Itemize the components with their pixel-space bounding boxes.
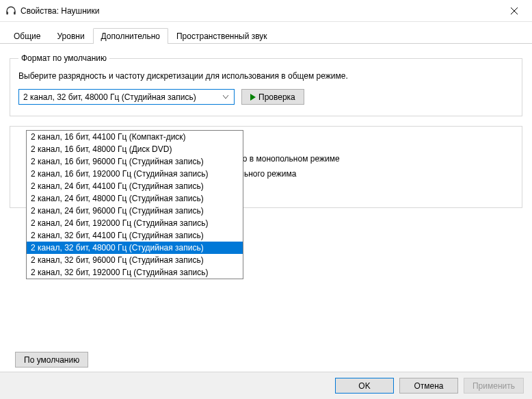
- format-option[interactable]: 2 канал, 32 бит, 44100 Гц (Студийная зап…: [27, 229, 243, 242]
- tab-levels[interactable]: Уровни: [49, 28, 92, 44]
- svg-rect-1: [14, 12, 16, 14]
- format-option[interactable]: 2 канал, 24 бит, 96000 Гц (Студийная зап…: [27, 205, 243, 217]
- ok-button[interactable]: OK: [335, 378, 394, 394]
- tab-general[interactable]: Общие: [5, 28, 49, 44]
- format-option[interactable]: 2 канал, 24 бит, 192000 Гц (Студийная за…: [27, 217, 243, 229]
- cancel-button[interactable]: Отмена: [399, 378, 458, 394]
- ok-button-label: OK: [358, 381, 370, 391]
- headphones-icon: [5, 5, 16, 16]
- format-option[interactable]: 2 канал, 32 бит, 96000 Гц (Студийная зап…: [27, 254, 243, 266]
- format-option[interactable]: 2 канал, 16 бит, 96000 Гц (Студийная зап…: [27, 155, 243, 168]
- format-option[interactable]: 2 канал, 24 бит, 48000 Гц (Студийная зап…: [27, 192, 243, 205]
- format-option[interactable]: 2 канал, 32 бит, 192000 Гц (Студийная за…: [27, 266, 243, 279]
- apply-button[interactable]: Применить: [464, 378, 524, 394]
- format-dropdown-list[interactable]: 2 канал, 16 бит, 44100 Гц (Компакт-диск)…: [26, 130, 243, 279]
- apply-button-label: Применить: [473, 381, 515, 391]
- close-button[interactable]: [499, 0, 529, 22]
- test-button-label: Проверка: [258, 92, 295, 102]
- tab-spatial[interactable]: Пространственный звук: [168, 28, 276, 44]
- window-title: Свойства: Наушники: [21, 6, 499, 16]
- dialog-footer: OK Отмена Применить: [0, 372, 532, 399]
- defaults-button-label: По умолчанию: [24, 355, 79, 365]
- format-option[interactable]: 2 канал, 16 бит, 48000 Гц (Диск DVD): [27, 143, 243, 155]
- chevron-down-icon: [220, 90, 231, 104]
- format-option[interactable]: 2 канал, 32 бит, 48000 Гц (Студийная зап…: [27, 242, 243, 254]
- format-combobox-value: 2 канал, 32 бит, 48000 Гц (Студийная зап…: [23, 92, 220, 102]
- format-option[interactable]: 2 канал, 16 бит, 44100 Гц (Компакт-диск): [27, 131, 243, 143]
- format-description: Выберите разрядность и частоту дискретиз…: [18, 70, 514, 82]
- tabstrip: Общие Уровни Дополнительно Пространствен…: [0, 22, 532, 44]
- play-icon: [250, 94, 256, 101]
- exclusive-line1-suffix: ство в монопольном режиме: [230, 154, 514, 164]
- svg-rect-0: [6, 12, 8, 14]
- test-button[interactable]: Проверка: [241, 89, 304, 105]
- format-option[interactable]: 2 канал, 16 бит, 192000 Гц (Студийная за…: [27, 168, 243, 180]
- cancel-button-label: Отмена: [414, 381, 443, 391]
- tab-advanced[interactable]: Дополнительно: [93, 28, 168, 44]
- group-default-format-legend: Формат по умолчанию: [18, 53, 109, 63]
- format-combobox[interactable]: 2 канал, 32 бит, 48000 Гц (Студийная зап…: [18, 89, 235, 105]
- titlebar: Свойства: Наушники: [0, 0, 532, 22]
- defaults-button[interactable]: По умолчанию: [15, 352, 88, 368]
- group-default-format: Формат по умолчанию Выберите разрядность…: [10, 53, 522, 116]
- format-option[interactable]: 2 канал, 24 бит, 44100 Гц (Студийная зап…: [27, 180, 243, 192]
- exclusive-line2-suffix: польного режима: [230, 169, 514, 179]
